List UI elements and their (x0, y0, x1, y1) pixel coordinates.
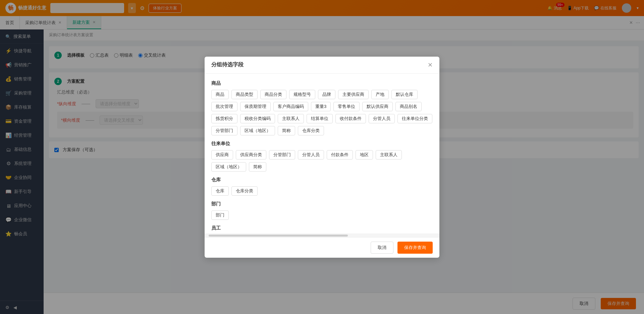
field-supplier-category[interactable]: 供应商分类 (236, 150, 266, 160)
field-select-modal: 分组待选字段 ✕ 商品 商品 商品类型 商品分类 规格型号 品牌 主要供应商 产… (205, 57, 439, 258)
field-short-name[interactable]: 简称 (278, 126, 295, 135)
section-goods-fields: 商品 商品类型 商品分类 规格型号 品牌 主要供应商 产地 默认仓库 批次管理 … (211, 90, 433, 135)
field-dept[interactable]: 部门 (211, 210, 229, 220)
modal-save-query-button[interactable]: 保存并查询 (397, 242, 433, 254)
field-short-name2[interactable]: 简称 (249, 162, 266, 172)
section-dept: 部门 部门 (211, 201, 433, 220)
field-payment-terms[interactable]: 收付款条件 (335, 114, 366, 123)
modal-cancel-button[interactable]: 取消 (371, 242, 393, 254)
field-retail-unit[interactable]: 零售单位 (333, 102, 360, 111)
field-region[interactable]: 区域（地区） (240, 126, 275, 135)
field-region2[interactable]: 区域（地区） (211, 162, 246, 172)
modal-footer: 取消 保存并查询 (205, 237, 439, 258)
section-goods-title: 商品 (211, 80, 433, 86)
field-brand[interactable]: 品牌 (318, 90, 335, 99)
modal-close-button[interactable]: ✕ (428, 61, 433, 69)
field-supplier[interactable]: 供应商 (211, 150, 233, 160)
field-customer-code[interactable]: 客户商品编码 (273, 102, 308, 111)
hscroll-thumb (209, 235, 348, 237)
section-dept-title: 部门 (211, 201, 433, 207)
field-area[interactable]: 地区 (356, 150, 373, 160)
section-dept-fields: 部门 (211, 210, 433, 220)
field-batch-mgmt[interactable]: 批次管理 (211, 102, 237, 111)
field-main-contact[interactable]: 主联系人 (278, 114, 304, 123)
field-expiry-mgmt[interactable]: 保质期管理 (240, 102, 271, 111)
section-counterpart-fields: 供应商 供应商分类 分管部门 分管人员 付款条件 地区 主联系人 区域（地区） … (211, 150, 433, 172)
field-weight3[interactable]: 重量3 (311, 102, 331, 111)
field-main-contact2[interactable]: 主联系人 (376, 150, 402, 160)
modal-overlay: 分组待选字段 ✕ 商品 商品 商品类型 商品分类 规格型号 品牌 主要供应商 产… (0, 0, 644, 314)
field-pick-points[interactable]: 拣货积分 (211, 114, 237, 123)
field-warehouse[interactable]: 仓库 (211, 186, 229, 196)
field-goods-alias[interactable]: 商品别名 (395, 102, 422, 111)
field-tax-code[interactable]: 税收分类编码 (240, 114, 275, 123)
modal-hscroll[interactable] (205, 234, 439, 237)
field-counterpart-category[interactable]: 往来单位分类 (397, 114, 432, 123)
modal-title: 分组待选字段 (211, 61, 244, 68)
section-warehouse-fields: 仓库 仓库分类 (211, 186, 433, 196)
field-dept-mgmt[interactable]: 分管部门 (211, 126, 237, 135)
field-default-supplier[interactable]: 默认供应商 (362, 102, 393, 111)
field-default-warehouse[interactable]: 默认仓库 (391, 90, 418, 99)
section-employee-title: 员工 (211, 225, 433, 231)
section-counterpart: 往来单位 供应商 供应商分类 分管部门 分管人员 付款条件 地区 主联系人 区域… (211, 141, 433, 172)
field-origin[interactable]: 产地 (371, 90, 389, 99)
field-goods-category[interactable]: 商品分类 (260, 90, 286, 99)
field-settlement-unit[interactable]: 结算单位 (307, 114, 333, 123)
field-mgmt-person[interactable]: 分管人员 (298, 150, 324, 160)
modal-body[interactable]: 商品 商品 商品类型 商品分类 规格型号 品牌 主要供应商 产地 默认仓库 批次… (205, 74, 439, 234)
field-spec-model[interactable]: 规格型号 (289, 90, 315, 99)
section-goods: 商品 商品 商品类型 商品分类 规格型号 品牌 主要供应商 产地 默认仓库 批次… (211, 80, 433, 135)
field-goods-type[interactable]: 商品类型 (231, 90, 258, 99)
field-warehouse-category[interactable]: 仓库分类 (298, 126, 324, 135)
field-mgmt-dept[interactable]: 分管部门 (269, 150, 295, 160)
modal-header: 分组待选字段 ✕ (205, 57, 439, 74)
section-warehouse: 仓库 仓库 仓库分类 (211, 177, 433, 196)
field-warehouse-cat[interactable]: 仓库分类 (231, 186, 258, 196)
field-main-supplier[interactable]: 主要供应商 (338, 90, 369, 99)
field-goods[interactable]: 商品 (211, 90, 229, 99)
section-warehouse-title: 仓库 (211, 177, 433, 183)
section-counterpart-title: 往来单位 (211, 141, 433, 147)
field-supervisor[interactable]: 分管人员 (369, 114, 395, 123)
section-employee: 员工 业务员 (211, 225, 433, 234)
field-payment-cond[interactable]: 付款条件 (327, 150, 353, 160)
